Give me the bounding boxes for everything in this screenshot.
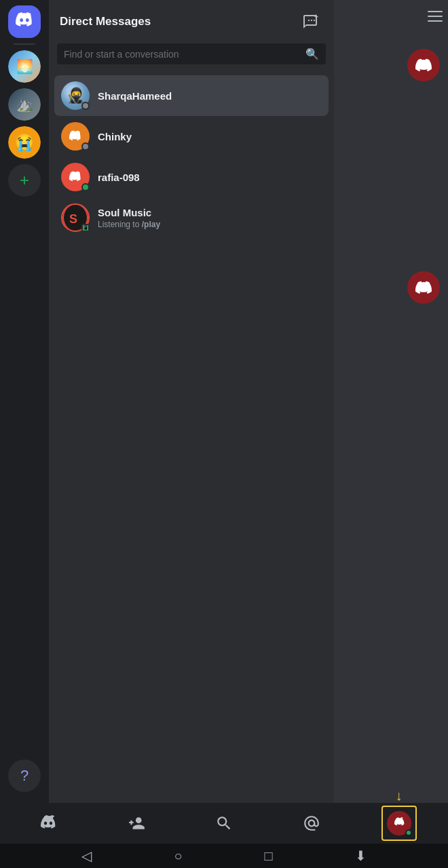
conversation-item-rafia[interactable]: rafia-098 bbox=[54, 157, 329, 197]
hamburger-line-3 bbox=[428, 20, 443, 22]
server-icon-nature[interactable]: 🌅 bbox=[8, 50, 41, 83]
conv-name-sharqa: SharqaHameed bbox=[98, 90, 172, 102]
status-dot-sharqa bbox=[81, 102, 90, 110]
help-button[interactable]: ? bbox=[8, 760, 41, 792]
hamburger-menu-button[interactable] bbox=[428, 11, 443, 22]
right-server-icon-2[interactable] bbox=[407, 271, 440, 304]
profile-arrow-indicator: ↓ bbox=[396, 788, 403, 804]
nav-item-home[interactable] bbox=[31, 806, 67, 841]
home-server-icon[interactable] bbox=[8, 5, 41, 38]
conversation-item-sharqa[interactable]: 🥷 SharqaHameed bbox=[54, 75, 329, 116]
dm-header: Direct Messages + bbox=[49, 0, 334, 38]
avatar-wrap-rafia bbox=[61, 163, 90, 191]
conv-status-soul: Listening to /play bbox=[98, 220, 160, 229]
nav-profile-avatar bbox=[387, 811, 411, 835]
sys-recent-button[interactable]: □ bbox=[264, 848, 272, 864]
nav-item-profile[interactable]: ↓ bbox=[381, 806, 417, 841]
sys-download-button[interactable]: ⬇ bbox=[355, 848, 367, 864]
conv-info-soul: Soul Music Listening to /play bbox=[98, 207, 160, 229]
conv-info-sharqa: SharqaHameed bbox=[98, 90, 172, 102]
conv-name-soul: Soul Music bbox=[98, 207, 160, 218]
conversation-item-chinky[interactable]: Chinky bbox=[54, 116, 329, 157]
bottom-nav-items: ↓ bbox=[0, 803, 448, 844]
conv-name-chinky: Chinky bbox=[98, 131, 132, 142]
nav-item-friends[interactable] bbox=[119, 806, 154, 841]
svg-text:S: S bbox=[69, 212, 77, 226]
avatar-wrap-chinky bbox=[61, 122, 90, 151]
nav-item-search[interactable] bbox=[206, 806, 242, 841]
nav-item-mentions[interactable] bbox=[294, 806, 329, 841]
hamburger-line-1 bbox=[428, 11, 443, 12]
bottom-nav: ↓ ◁ ○ □ ⬇ bbox=[0, 803, 448, 868]
right-panel bbox=[334, 0, 448, 803]
avatar-wrap-soul: S 📱 bbox=[61, 203, 90, 232]
conversation-item-soul[interactable]: S 📱 Soul Music Listening to /play bbox=[54, 197, 329, 238]
system-nav: ◁ ○ □ ⬇ bbox=[0, 844, 448, 868]
server-list: 🌅 ⛰️ 😭 + ? bbox=[0, 0, 49, 803]
hamburger-line-2 bbox=[428, 16, 443, 17]
status-dot-chinky bbox=[81, 142, 90, 151]
conversation-list: 🥷 SharqaHameed bbox=[49, 73, 334, 803]
dm-header-actions: + bbox=[301, 11, 323, 33]
right-server-icon-1[interactable] bbox=[407, 49, 440, 81]
conv-name-rafia: rafia-098 bbox=[98, 172, 140, 183]
server-divider bbox=[14, 43, 35, 45]
soul-status-bold: /play bbox=[142, 220, 160, 229]
conv-info-chinky: Chinky bbox=[98, 131, 132, 142]
avatar-wrap-sharqa: 🥷 bbox=[61, 81, 90, 110]
search-placeholder-text: Find or start a conversation bbox=[64, 49, 300, 60]
search-icon: 🔍 bbox=[305, 47, 319, 60]
sys-back-button[interactable]: ◁ bbox=[81, 848, 92, 864]
new-dm-button[interactable]: + bbox=[301, 11, 323, 33]
dm-panel-title: Direct Messages bbox=[60, 15, 151, 28]
dm-panel: Direct Messages + Find or start a conver… bbox=[49, 0, 334, 803]
server-icon-emoji[interactable]: 😭 bbox=[8, 126, 41, 159]
nav-profile-status bbox=[405, 829, 412, 836]
add-server-button[interactable]: + bbox=[8, 164, 41, 197]
search-bar[interactable]: Find or start a conversation 🔍 bbox=[57, 43, 326, 64]
server-icon-mountain[interactable]: ⛰️ bbox=[8, 88, 41, 121]
status-dot-rafia bbox=[81, 183, 90, 191]
conv-info-rafia: rafia-098 bbox=[98, 172, 140, 183]
sys-home-button[interactable]: ○ bbox=[174, 848, 182, 864]
